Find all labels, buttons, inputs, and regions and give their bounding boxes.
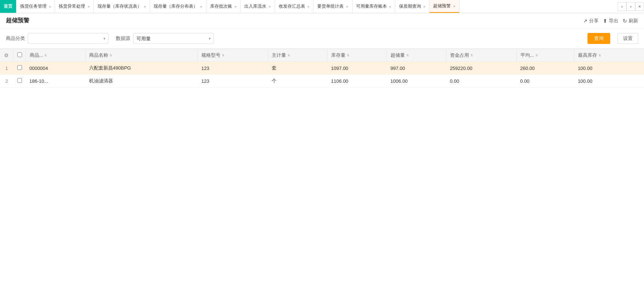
tab-label-tab3: 现存量（库存状况表） (98, 3, 142, 10)
tab-close-tab1[interactable]: × (49, 4, 51, 9)
export-icon: ⬆ (603, 18, 607, 24)
tab-close-tab6[interactable]: × (268, 4, 271, 9)
tab-close-tab9[interactable]: × (389, 4, 391, 9)
refresh-label: 刷新 (629, 18, 638, 24)
th-product-name[interactable]: 商品名称 ⇅ (85, 49, 198, 62)
nav-tab-tab10[interactable]: 保质期查询× (395, 0, 429, 13)
row-product-name-0: 六配套新昌490BPG (85, 62, 198, 75)
nav-arrows: ‹ › × (618, 2, 644, 11)
nav-tab-tab1[interactable]: 拣货任务管理× (17, 0, 55, 13)
nav-tab-tab6[interactable]: 出入库流水× (241, 0, 275, 13)
row-checkbox-0[interactable] (17, 65, 22, 70)
row-overstock-1: 1006.00 (387, 75, 446, 88)
sort-icon-max-stock: ⇅ (599, 54, 601, 57)
query-button[interactable]: 查询 (588, 33, 610, 44)
th-product-code[interactable]: 商品... ⇅ (26, 49, 85, 62)
tab-label-tab4: 现存量（库存分布表） (154, 3, 198, 10)
category-label: 商品分类 (6, 35, 25, 42)
sort-icon-spec: ⇅ (222, 54, 224, 57)
share-label: 分享 (589, 18, 599, 24)
datasource-select-wrapper: 可用量 ▾ (133, 33, 214, 44)
tab-label-tab8: 要货单统计表 (317, 3, 344, 10)
row-product-name-1: 机油滤清器 (85, 75, 198, 88)
nav-tab-tab3[interactable]: 现存量（库存状况表）× (94, 0, 150, 13)
category-select[interactable] (28, 33, 109, 44)
th-unit[interactable]: 主计量 ⇅ (268, 49, 328, 62)
sort-icon-avg: ⇅ (535, 54, 538, 57)
nav-tab-tab9[interactable]: 可用量库存账本× (352, 0, 395, 13)
home-tab[interactable]: 首页 (0, 0, 17, 13)
tab-close-tab11[interactable]: × (453, 4, 455, 8)
home-label: 首页 (4, 3, 12, 10)
tab-label-tab5: 库存批次账 (210, 3, 232, 10)
datasource-label: 数据源 (116, 35, 130, 42)
row-stock-1: 1106.00 (328, 75, 387, 88)
settings-button[interactable]: 设置 (618, 33, 638, 44)
row-max-stock-0: 100.00 (574, 62, 644, 75)
tab-close-tab2[interactable]: × (87, 4, 89, 9)
th-spec-label: 规格型号 (201, 52, 220, 59)
th-stock[interactable]: 库存量 ⇅ (328, 49, 387, 62)
th-spec[interactable]: 规格型号 ⇅ (198, 49, 268, 62)
th-max-stock[interactable]: 最高库存 ⇅ (574, 49, 644, 62)
datasource-filter-group: 数据源 可用量 ▾ (116, 33, 214, 44)
header-actions: ↗ 分享 ⬆ 导出 ↻ 刷新 (583, 18, 638, 24)
sort-icon-stock: ⇅ (347, 54, 350, 57)
tab-close-tab10[interactable]: × (423, 4, 425, 9)
th-stock-label: 库存量 (331, 52, 345, 59)
export-button[interactable]: ⬆ 导出 (603, 18, 618, 24)
nav-tab-tab4[interactable]: 现存量（库存分布表）× (150, 0, 206, 13)
table-header-row: ⚙ 商品... ⇅ 商品名称 ⇅ (0, 49, 644, 62)
sort-icon-capital: ⇅ (471, 54, 473, 57)
page-title: 超储预警 (6, 17, 29, 25)
nav-tab-tab7[interactable]: 收发存汇总表× (275, 0, 314, 13)
th-capital[interactable]: 资金占用 ⇅ (446, 49, 517, 62)
select-all-checkbox[interactable] (17, 52, 22, 57)
nav-tab-tab2[interactable]: 拣货异常处理× (55, 0, 94, 13)
nav-arrow-close[interactable]: × (635, 2, 644, 11)
row-spec-1: 123 (198, 75, 268, 88)
nav-tab-tab5[interactable]: 库存批次账× (206, 0, 241, 13)
table-gear-icon[interactable]: ⚙ (4, 52, 9, 58)
share-button[interactable]: ↗ 分享 (583, 18, 599, 24)
row-product-code-0: 0000004 (26, 62, 85, 75)
th-checkbox (13, 49, 26, 62)
table-body: 1 0000004 六配套新昌490BPG 123 套 1097.00 997.… (0, 62, 644, 88)
row-checkbox-1[interactable] (17, 78, 22, 83)
th-avg[interactable]: 平均... ⇅ (516, 49, 574, 62)
row-stock-0: 1097.00 (328, 62, 387, 75)
tab-label-tab2: 拣货异常处理 (59, 3, 85, 10)
row-spec-0: 123 (198, 62, 268, 75)
tab-close-tab5[interactable]: × (234, 4, 237, 9)
row-checkbox-cell-1 (13, 75, 26, 88)
top-nav: 首页 拣货任务管理×拣货异常处理×现存量（库存状况表）×现存量（库存分布表）×库… (0, 0, 644, 13)
th-product-code-label: 商品... (30, 52, 43, 59)
row-unit-1: 个 (268, 75, 328, 88)
th-capital-label: 资金占用 (450, 52, 469, 59)
tab-label-tab7: 收发存汇总表 (279, 3, 305, 10)
th-avg-label: 平均... (520, 52, 534, 59)
tab-label-tab6: 出入库流水 (244, 3, 266, 10)
tab-close-tab7[interactable]: × (307, 4, 310, 9)
tab-close-tab4[interactable]: × (200, 4, 202, 9)
row-avg-0: 260.00 (516, 62, 574, 75)
tab-label-tab11: 超储预警 (433, 3, 451, 9)
row-overstock-0: 997.00 (387, 62, 446, 75)
refresh-icon: ↻ (623, 18, 627, 24)
row-capital-0: 259220.00 (446, 62, 517, 75)
page-header: 超储预警 ↗ 分享 ⬆ 导出 ↻ 刷新 (0, 13, 644, 29)
tab-close-tab3[interactable]: × (144, 4, 146, 9)
tab-label-tab9: 可用量库存账本 (356, 3, 387, 10)
nav-arrow-left[interactable]: ‹ (618, 2, 626, 11)
refresh-button[interactable]: ↻ 刷新 (623, 18, 638, 24)
sort-icon-product-name: ⇅ (110, 54, 112, 57)
row-max-stock-1: 100.00 (574, 75, 644, 88)
main-table: ⚙ 商品... ⇅ 商品名称 ⇅ (0, 49, 644, 88)
tab-close-tab8[interactable]: × (346, 4, 348, 9)
th-overstock[interactable]: 超储量 ⇅ (387, 49, 446, 62)
nav-tab-tab8[interactable]: 要货单统计表× (314, 0, 352, 13)
nav-arrow-right[interactable]: › (626, 2, 635, 11)
nav-tab-tab11[interactable]: 超储预警× (429, 0, 459, 13)
table-row: 2 186-10... 机油滤清器 123 个 1106.00 1006.00 … (0, 75, 644, 88)
datasource-select[interactable]: 可用量 (133, 33, 214, 44)
